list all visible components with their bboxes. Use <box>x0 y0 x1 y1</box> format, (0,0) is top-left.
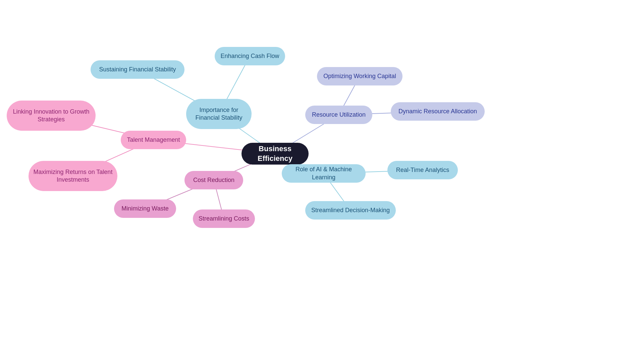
node-label-minimizing-waste: Minimizing Waste <box>120 205 170 213</box>
node-talent-management[interactable]: Talent Management <box>121 131 186 149</box>
node-label-talent-management: Talent Management <box>125 136 181 144</box>
node-label-ai-machine-learning: Role of AI & Machine Learning <box>282 166 366 181</box>
node-dynamic-resource-allocation[interactable]: Dynamic Resource Allocation <box>391 102 485 121</box>
node-label-sustaining-financial: Sustaining Financial Stability <box>98 66 177 73</box>
node-optimizing-working-capital[interactable]: Optimizing Working Capital <box>317 67 402 85</box>
node-maximizing-returns[interactable]: Maximizing Returns on Talent Investments <box>29 161 117 191</box>
node-real-time-analytics[interactable]: Real-Time Analytics <box>387 161 458 179</box>
center-node-label: Business Efficiency <box>241 144 309 163</box>
node-linking-innovation[interactable]: Linking Innovation to Growth Strategies <box>7 101 96 131</box>
node-financial-stability[interactable]: Importance for Financial Stability <box>186 99 252 129</box>
node-enhancing-cash-flow[interactable]: Enhancing Cash Flow <box>215 47 285 65</box>
mind-map-container: Business EfficiencyImportance for Financ… <box>0 0 644 363</box>
node-label-enhancing-cash-flow: Enhancing Cash Flow <box>219 52 280 60</box>
node-label-resource-utilization: Resource Utilization <box>311 111 367 119</box>
node-label-linking-innovation: Linking Innovation to Growth Strategies <box>7 108 96 124</box>
node-streamlining-costs[interactable]: Streamlining Costs <box>193 209 255 228</box>
node-resource-utilization[interactable]: Resource Utilization <box>305 106 372 124</box>
center-node[interactable]: Business Efficiency <box>241 143 309 165</box>
node-label-cost-reduction: Cost Reduction <box>192 176 236 184</box>
node-label-real-time-analytics: Real-Time Analytics <box>395 166 450 174</box>
node-ai-machine-learning[interactable]: Role of AI & Machine Learning <box>282 164 366 183</box>
node-cost-reduction[interactable]: Cost Reduction <box>184 171 243 189</box>
node-label-streamlined-decision: Streamlined Decision-Making <box>310 206 391 214</box>
node-label-maximizing-returns: Maximizing Returns on Talent Investments <box>29 168 117 184</box>
node-label-dynamic-resource-allocation: Dynamic Resource Allocation <box>397 108 478 115</box>
node-minimizing-waste[interactable]: Minimizing Waste <box>114 199 176 218</box>
node-label-financial-stability: Importance for Financial Stability <box>186 106 252 122</box>
node-streamlined-decision[interactable]: Streamlined Decision-Making <box>305 201 396 220</box>
node-label-optimizing-working-capital: Optimizing Working Capital <box>322 72 397 80</box>
node-sustaining-financial[interactable]: Sustaining Financial Stability <box>91 60 184 79</box>
node-label-streamlining-costs: Streamlining Costs <box>197 215 251 223</box>
